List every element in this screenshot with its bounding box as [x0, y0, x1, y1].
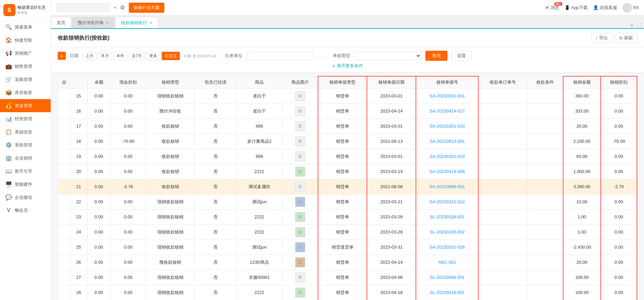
- filter-settings-button[interactable]: 设置: [451, 51, 472, 61]
- type-filter-select[interactable]: [354, 51, 421, 60]
- expand-row: ∨ 展开更多条件: [58, 63, 637, 69]
- bill-no-link[interactable]: SL-20230408-001: [430, 275, 465, 280]
- online-service-button[interactable]: 👤 在线客服: [593, 5, 617, 11]
- brand-input[interactable]: [56, 3, 110, 12]
- sidebar-item-ops[interactable]: 📊经营管理: [0, 112, 51, 125]
- td-included: 否: [195, 224, 236, 240]
- export-button[interactable]: ↑ 导出: [591, 33, 612, 43]
- td-amount: 1,000.00: [563, 164, 601, 179]
- td-seq: 26: [70, 255, 88, 270]
- tab-prepay-close[interactable]: ✕: [106, 20, 109, 25]
- bill-no-link[interactable]: SA-20230414-017: [430, 109, 465, 114]
- sidebar-item-finance[interactable]: 💰资金管理: [0, 99, 51, 112]
- sidebar-label-purchase: 采购管理: [15, 77, 32, 83]
- sidebar-menu: 🔍搜索菜单🏠快捷导航📢营销推广💼销售管理🛒采购管理📦库存核算💰资金管理📊经营管理…: [0, 20, 51, 300]
- tab-home[interactable]: 首页: [51, 17, 71, 28]
- sidebar-item-hardware[interactable]: 🖥️智能硬件: [0, 178, 51, 191]
- bill-no-link[interactable]: SA-20230301-001: [430, 93, 465, 98]
- bill-no-link[interactable]: SA-20230314-008: [430, 169, 465, 174]
- sidebar-item-purchase[interactable]: 🛒采购管理: [0, 73, 51, 86]
- td-discount: 0.00: [601, 88, 637, 103]
- td-goods: 老白干: [236, 88, 282, 103]
- td-balance: 0.00: [87, 240, 110, 255]
- td-goods-img: 🖼: [282, 88, 318, 103]
- bill-no-link[interactable]: SL-20230418-001: [430, 290, 465, 295]
- td-vbn: SA-20230314-008: [416, 164, 478, 179]
- bill-no-link[interactable]: SA-20210813-001: [430, 139, 465, 144]
- td-col-order: [478, 134, 527, 149]
- td-amount: 100.00: [563, 270, 601, 285]
- td-vbd: 2022-04-14: [367, 255, 416, 270]
- filter-toggle-btn[interactable]: »: [58, 52, 66, 60]
- bill-no-link[interactable]: ABC-001: [438, 260, 456, 265]
- refresh-button[interactable]: ↻ 刷新: [615, 33, 637, 43]
- close-window-icon[interactable]: ✕: [630, 23, 634, 28]
- td-vbt: 销货单: [318, 285, 367, 300]
- user-avatar[interactable]: Rit: [623, 3, 639, 12]
- bill-no-link[interactable]: SL-20230328-001: [430, 214, 465, 219]
- td-vbt: 销货单: [318, 88, 367, 103]
- sidebar-item-basic[interactable]: 📋基础信息: [0, 125, 51, 138]
- sidebar-item-system[interactable]: ⚙️系统管理: [0, 138, 51, 152]
- td-verify-type: 现销收款核销: [146, 224, 194, 240]
- td-goods-img: 🖼: [282, 149, 318, 164]
- th-settings[interactable]: ⚙: [58, 76, 70, 88]
- sidebar-item-marketing[interactable]: 📢营销推广: [0, 47, 51, 60]
- filter-custom[interactable]: 自定义: [162, 52, 180, 60]
- th-verify-bill-type: 核销单据类型: [318, 76, 367, 88]
- type-filter-label: 单据类型: [333, 53, 350, 59]
- expand-conditions-button[interactable]: ∨ 展开更多条件: [332, 63, 363, 69]
- query-button[interactable]: 查询: [425, 51, 447, 61]
- filter-last-month[interactable]: 上月: [83, 52, 97, 60]
- date-btn-group: 上月 本月 本年 近7天 更多 自定义: [83, 52, 180, 60]
- bill-no-link[interactable]: SA-20230321-012: [430, 199, 465, 204]
- solution-button[interactable]: 体验行业方案: [129, 3, 164, 13]
- td-goods-img: 🖼: [282, 134, 318, 149]
- sidebar-item-inventory[interactable]: 📦库存核算: [0, 86, 51, 99]
- bill-no-link[interactable]: SA-20230301-010: [430, 124, 465, 129]
- sidebar-item-nav[interactable]: 🏠快捷导航: [0, 34, 51, 47]
- td-goods-img: 🖼: [282, 164, 318, 179]
- td-goods-img: 🖼: [282, 270, 318, 285]
- sidebar-item-member[interactable]: V畅会员: [0, 204, 51, 217]
- bill-no-link[interactable]: SL-20230328-002: [430, 229, 465, 234]
- filter-more[interactable]: 更多: [146, 52, 160, 60]
- filter-7days[interactable]: 近7天: [129, 52, 145, 60]
- td-verify-type: 现销收款核销: [146, 270, 194, 285]
- tab-prepay-label: 预付冲应付单: [77, 20, 104, 26]
- tab-prepay[interactable]: 预付冲应付单 ✕: [72, 17, 115, 28]
- unit-filter-input[interactable]: [247, 52, 314, 60]
- sidebar-icon-finance: 💰: [5, 102, 12, 109]
- settings-icon[interactable]: ⚙: [120, 4, 125, 11]
- goods-thumbnail: 🖼: [295, 272, 305, 283]
- filter-this-year[interactable]: 本年: [113, 52, 127, 60]
- td-discount: 0.00: [601, 194, 637, 209]
- bill-no-link[interactable]: SA-20210808-001: [430, 184, 465, 189]
- messages-button[interactable]: ✉ 消息 99+: [545, 5, 559, 11]
- sidebar-item-guide[interactable]: 📖新手引导: [0, 165, 51, 178]
- sidebar-item-search[interactable]: 🔍搜索菜单: [0, 20, 51, 34]
- td-goods: 999: [236, 119, 282, 134]
- td-included: 否: [195, 179, 236, 194]
- sidebar-item-sales[interactable]: 💼销售管理: [0, 60, 51, 73]
- td-discount: -70.00: [601, 134, 637, 149]
- goods-thumbnail: 🖼: [295, 197, 305, 207]
- sidebar-item-corp[interactable]: 🏢企业协同: [0, 152, 51, 165]
- td-balance: 0.00: [87, 255, 110, 270]
- sidebar-item-wechat[interactable]: 💬企业微信: [0, 191, 51, 204]
- bill-no-link[interactable]: SA-20230301-010: [430, 154, 465, 159]
- tab-collection[interactable]: 收款核销执行 ✕: [115, 17, 158, 28]
- td-vbd: 2023-03-31: [367, 240, 416, 255]
- sidebar-label-search: 搜索菜单: [15, 24, 32, 30]
- td-goods-img: 🖼: [282, 224, 318, 240]
- td-goods-img: 🖼: [282, 240, 318, 255]
- td-amount: 1.00: [563, 209, 601, 224]
- maximize-icon[interactable]: ⛶: [637, 23, 641, 28]
- table-row: 26 0.00 0.00 预收款核销 否 123D商品 🏠 销货单 2022-0…: [58, 255, 637, 270]
- td-col-order: [478, 88, 527, 103]
- bill-no-link[interactable]: SA-20230331-026: [430, 245, 465, 250]
- app-download-button[interactable]: 📱 App下载: [565, 5, 588, 11]
- filter-this-month[interactable]: 本月: [98, 52, 112, 60]
- td-verify-type: 预收款核销: [146, 255, 194, 270]
- tab-collection-close[interactable]: ✕: [149, 20, 153, 25]
